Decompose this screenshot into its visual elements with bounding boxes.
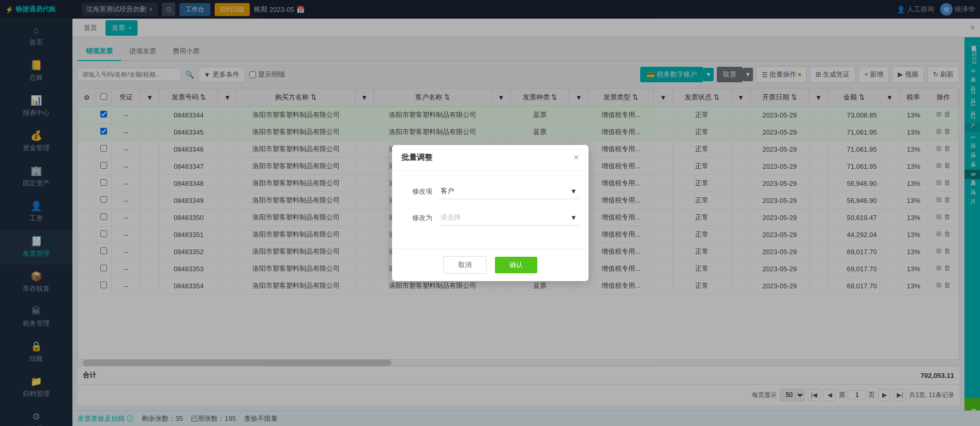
batch-adjust-modal: 批量调整 × 修改项 客户 ▼ 修改为 请选择 ▼ 取消 确认 <box>392 145 589 281</box>
modal-overlay: 批量调整 × 修改项 客户 ▼ 修改为 请选择 ▼ 取消 确认 <box>0 0 980 426</box>
modify-to-label: 修改为 <box>401 213 432 223</box>
modal-body: 修改项 客户 ▼ 修改为 请选择 ▼ <box>392 171 589 248</box>
modify-field-label: 修改项 <box>401 187 432 196</box>
modify-to-placeholder: 请选择 <box>441 213 461 222</box>
chevron-down-icon: ▼ <box>570 187 577 195</box>
confirm-button[interactable]: 确认 <box>495 257 537 273</box>
modal-footer: 取消 确认 <box>392 248 589 281</box>
modify-field-value: 客户 <box>441 186 454 196</box>
modify-field-select[interactable]: 客户 ▼ <box>439 183 579 199</box>
modal-title: 批量调整 <box>401 153 432 163</box>
modify-to-select[interactable]: 请选择 ▼ <box>439 210 579 226</box>
modal-header: 批量调整 × <box>392 145 589 171</box>
chevron-down-icon2: ▼ <box>570 214 577 222</box>
modify-field-row: 修改项 客户 ▼ <box>401 183 579 199</box>
modify-to-row: 修改为 请选择 ▼ <box>401 210 579 226</box>
modal-close-button[interactable]: × <box>574 152 579 163</box>
cancel-button[interactable]: 取消 <box>443 256 487 274</box>
